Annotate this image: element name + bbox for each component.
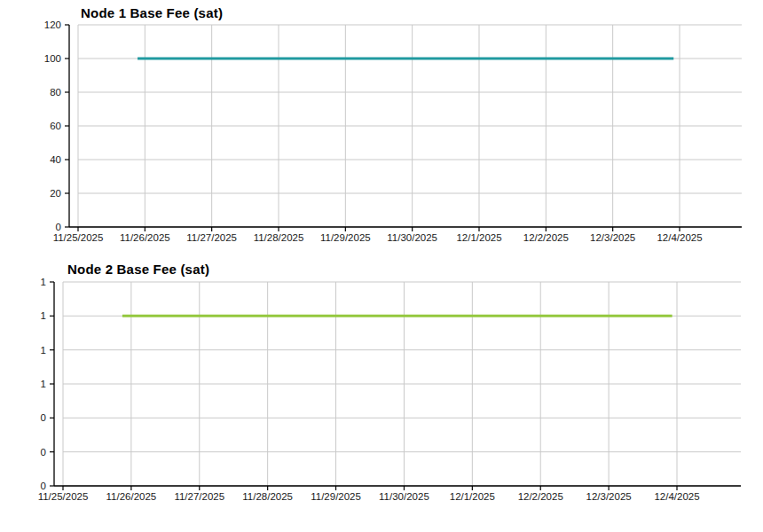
x-tick-label: 11/30/2025: [387, 232, 437, 243]
y-tick-label: 20: [50, 188, 61, 199]
node2-base-fee-chart: Node 2 Base Fee (sat) 11/25/202511/26/20…: [0, 257, 763, 532]
x-tick-label: 11/25/2025: [53, 232, 104, 243]
y-tick-label: 1: [41, 277, 46, 287]
x-tick-label: 11/26/2025: [120, 232, 170, 243]
x-tick-label: 11/26/2025: [106, 491, 157, 502]
x-tick-label: 12/2/2025: [518, 491, 563, 502]
y-tick-label: 0: [56, 222, 61, 232]
x-tick-label: 12/1/2025: [456, 232, 501, 243]
x-tick-label: 12/4/2025: [654, 491, 699, 502]
x-tick-label: 11/29/2025: [311, 491, 361, 502]
y-tick-label: 0: [41, 447, 46, 458]
x-tick-label: 11/29/2025: [320, 232, 371, 243]
y-tick-label: 0: [41, 412, 46, 423]
x-tick-label: 12/1/2025: [450, 491, 495, 502]
node1-plot-area: 11/25/202511/26/202511/27/202511/28/2025…: [0, 0, 763, 257]
x-tick-label: 12/4/2025: [657, 232, 702, 243]
y-tick-label: 120: [44, 20, 61, 30]
y-tick-label: 1: [41, 345, 46, 356]
x-tick-label: 11/30/2025: [379, 491, 429, 502]
x-tick-label: 11/28/2025: [242, 491, 293, 502]
y-tick-label: 1: [41, 379, 46, 389]
x-tick-label: 11/27/2025: [174, 491, 224, 502]
y-tick-label: 0: [41, 481, 46, 491]
x-tick-label: 12/3/2025: [586, 491, 632, 502]
node2-plot-area: 11/25/202511/26/202511/27/202511/28/2025…: [0, 257, 763, 532]
x-tick-label: 12/2/2025: [523, 232, 569, 243]
y-tick-label: 1: [41, 310, 46, 321]
y-tick-label: 100: [44, 53, 61, 64]
x-tick-label: 12/3/2025: [590, 232, 635, 243]
x-tick-label: 11/27/2025: [186, 232, 237, 243]
y-tick-label: 60: [50, 121, 61, 131]
x-tick-label: 11/28/2025: [254, 232, 304, 243]
node1-base-fee-chart: Node 1 Base Fee (sat) 11/25/202511/26/20…: [0, 0, 763, 257]
y-tick-label: 40: [50, 154, 61, 165]
y-tick-label: 80: [50, 87, 61, 98]
x-tick-label: 11/25/2025: [38, 491, 89, 502]
base-fee-dashboard: Node 1 Base Fee (sat) 11/25/202511/26/20…: [0, 0, 763, 532]
